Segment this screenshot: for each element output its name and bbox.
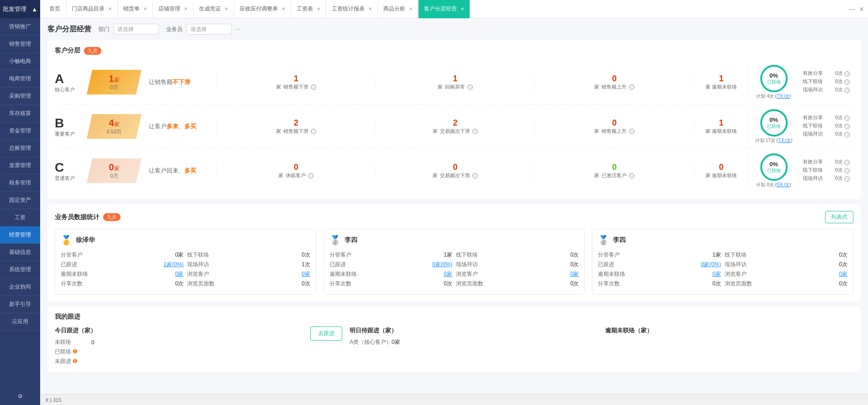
sidebar-item-企业协同[interactable]: 企业协同 [0,279,40,296]
tab-销货单[interactable]: 销货单✕ [118,0,153,18]
tier-stat3-A[interactable]: 0 家 销售额上升 ⓘ [534,74,694,90]
staff-stat-val[interactable]: 0家 [712,270,721,278]
staff-stat-val[interactable]: 0家 [839,270,847,278]
tier-stat1-A[interactable]: 1 家 销售额下滑 ⓘ [216,74,376,90]
window-close-icon[interactable]: ✕ [859,5,864,13]
info-icon-stat3-C[interactable]: ⓘ [629,173,634,179]
settings-icon[interactable]: ⚙ [0,388,40,405]
goto-followup-button[interactable]: 去跟进 [310,326,342,341]
sidebar-item-库存核算[interactable]: 库存核算 [0,105,40,122]
info-icon-right[interactable]: ⓘ [844,168,850,174]
staff-stat-val[interactable]: 1家(0%) [163,261,183,268]
tier-stat3-B[interactable]: 0 家 销售额上升 ⓘ [534,118,694,135]
tab-close-销货单[interactable]: ✕ [143,6,147,11]
tier-stat2-A[interactable]: 1 家 回购异常 ⓘ [376,74,535,90]
sidebar-item-销售管理[interactable]: 销售管理 [0,36,40,53]
tab-商品分析[interactable]: 商品分析✕ [378,0,418,18]
tab-close-客户分层经营[interactable]: ✕ [460,6,464,11]
sidebar-item-小畅电商[interactable]: 小畅电商 [0,53,40,70]
sidebar-item-资金管理[interactable]: 资金管理 [0,122,40,140]
tier-slogan-C: 让客户回来、多买 [149,167,213,175]
staff-select[interactable]: 请选择 [186,24,232,35]
tab-应收应付调整单[interactable]: 应收应付调整单✕ [234,0,291,18]
sidebar-item-电商管理[interactable]: 电商管理 [0,70,40,88]
info-icon-right[interactable]: ⓘ [844,116,850,121]
tab-close-工资统计报表[interactable]: ✕ [368,6,372,11]
info-icon-right[interactable]: ⓘ [844,88,850,93]
tab-店铺管理[interactable]: 店铺管理✕ [153,0,193,18]
more-options-icon[interactable]: ··· [235,26,240,32]
dept-select[interactable]: 请选择 [113,24,159,35]
sidebar-item-发票管理[interactable]: 发票管理 [0,157,40,174]
sidebar-item-系统管理[interactable]: 系统管理 [0,261,40,279]
staff-stat-val[interactable]: 0家(0%) [701,261,721,268]
sidebar-item-云应用[interactable]: 云应用 [0,313,40,331]
sidebar-item-工资[interactable]: 工资 [0,209,40,226]
sidebar-item-经营管理[interactable]: 经营管理 [0,226,40,244]
sidebar-item-基础信息[interactable]: 基础信息 [0,244,40,261]
info-icon-right[interactable]: ⓘ [844,132,850,137]
tab-close-应收应付调整单[interactable]: ✕ [282,6,285,11]
tier-stat1-B[interactable]: 2 家 销售额下滑 ⓘ [216,118,376,135]
sidebar-item-采购管理[interactable]: 采购管理 [0,88,40,105]
customer-tier-header: 客户分层 九月 [55,47,853,55]
staff-stat-val[interactable]: 0家 [570,270,579,278]
tier-stat2-C[interactable]: 0 家 交易频次下滑 ⓘ [376,163,535,179]
info-icon-stat2-C[interactable]: ⓘ [472,173,478,179]
staff-medal-2: 🥈 [598,235,609,246]
tab-close-店铺管理[interactable]: ✕ [184,6,188,11]
staff-stat-val[interactable]: 0家(0%) [432,261,452,268]
staff-stat-val[interactable]: 0家 [444,270,452,278]
tier-contact-B[interactable]: 1 家 逾期未联络 [694,118,748,135]
circle-chart-A: 0% 已联络 [760,65,788,92]
sidebar-item-税务管理[interactable]: 税务管理 [0,174,40,192]
sidebar-item-固定资产[interactable]: 固定资产 [0,192,40,209]
tab-close-门店商品目录[interactable]: ✕ [108,6,112,11]
sidebar-item-总账管理[interactable]: 总账管理 [0,140,40,157]
info-icon-stat1-A[interactable]: ⓘ [311,84,316,90]
tab-close-商品分析[interactable]: ✕ [409,6,413,11]
tab-close-生成凭证[interactable]: ✕ [225,6,228,11]
tier-stat1-C[interactable]: 0 家 休眠客户 ⓘ [216,163,376,179]
tab-工资统计报表[interactable]: 工资统计报表✕ [326,0,378,18]
staff-stat-label: 逾期未联络 [61,270,88,278]
info-icon-right[interactable]: ⓘ [844,79,850,85]
window-minimize-icon[interactable]: — [849,5,855,13]
sidebar-item-营销推广[interactable]: 营销推广 [0,18,40,36]
sidebar-expand-icon[interactable]: ▲ [31,6,37,13]
tier-stat2-B[interactable]: 2 家 交易频次下滑 ⓘ [376,118,535,135]
tab-close-工资表[interactable]: ✕ [317,6,320,11]
sidebar-item-新手引导[interactable]: 新手引导 [0,296,40,313]
info-icon-stat1-C[interactable]: ⓘ [308,173,314,179]
staff-stats-grid-0: 分管客户 0家 已跟进 1家(0%) 逾期未联络 0家 分享次数 0次 线下联络… [61,250,310,289]
info-icon-right[interactable]: ⓘ [844,124,850,129]
circle-plan-C[interactable]: 计划 0次 (0天/次) [753,182,795,188]
tier-right-stat-row: 有效分享 0次 ⓘ [803,158,850,165]
info-icon-right[interactable]: ⓘ [844,71,850,77]
info-icon-stat3-A[interactable]: ⓘ [629,84,634,90]
tab-客户分层经营[interactable]: 客户分层经营✕ [418,0,470,18]
staff-stat-val[interactable]: 0家 [175,270,184,278]
staff-stat-label: 浏览客户 [187,270,209,278]
circle-plan-A[interactable]: 计划 4次 (7天/次) [753,93,795,100]
tier-right-stat-row: 现场拜访 0次 ⓘ [803,86,850,93]
tier-contact-C[interactable]: 0 家 逾期未联络 [694,163,748,179]
circle-plan-B[interactable]: 计划 17次 (7天/次) [753,137,795,144]
info-icon-stat2-B[interactable]: ⓘ [472,129,478,134]
info-icon-stat1-B[interactable]: ⓘ [311,129,316,134]
staff-stat-row: 逾期未联络 0家 [598,269,721,279]
tier-stat3-C[interactable]: 0 家 已激活客户 ⓘ [534,163,694,179]
info-icon-stat3-B[interactable]: ⓘ [629,129,634,134]
list-view-button[interactable]: 列表式 [825,211,853,223]
tier-stat1-num-B: 2 [220,118,372,128]
info-icon-right[interactable]: ⓘ [844,160,850,165]
staff-stat-val[interactable]: 0家 [302,270,310,278]
info-icon-right[interactable]: ⓘ [844,176,850,182]
info-icon-stat2-A[interactable]: ⓘ [467,84,473,90]
tier-contact-A[interactable]: 1 家 逾期未联络 [694,74,748,90]
tab-生成凭证[interactable]: 生成凭证✕ [193,0,234,18]
tab-工资表[interactable]: 工资表✕ [291,0,326,18]
staff-card-header-2: 🥈 李四 [598,235,847,246]
tab-门店商品目录[interactable]: 门店商品目录✕ [66,0,118,18]
tab-首页[interactable]: 首页 [44,0,66,18]
